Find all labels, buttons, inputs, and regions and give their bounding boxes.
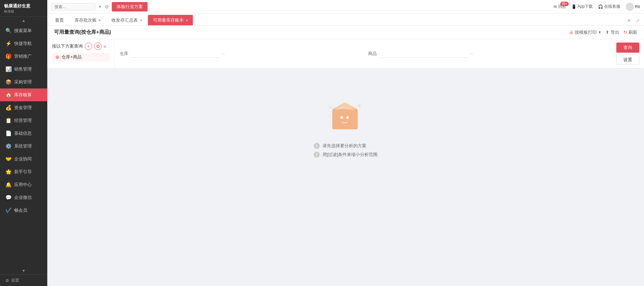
tab-available-ledger-label: 可用量库存账本: [153, 17, 184, 23]
gear-icon[interactable]: ⚙: [105, 4, 109, 9]
query-button[interactable]: 查询: [616, 43, 639, 53]
export-label: 导出: [611, 29, 619, 35]
sidebar-item-basic[interactable]: 📄 基础信息: [0, 127, 47, 140]
sidebar-item-wechat[interactable]: 💬 企业微信: [0, 191, 47, 204]
main-content: ▼ ⚙ 体验行业方案 ✉ 消息 99+ 📱 App下载 🎧 在线客服 Rit: [47, 0, 644, 286]
empty-hint-1: 1 请先选择要分析的方案: [314, 143, 378, 149]
tab-receive-summary[interactable]: 收发存汇总表 ×: [106, 15, 147, 25]
message-button[interactable]: ✉ 消息 99+: [553, 4, 566, 9]
print-icon: 🖨: [569, 30, 573, 35]
operation-icon: 📋: [5, 118, 11, 124]
filter-settings-icon: ⚙: [96, 44, 100, 49]
filter-scheme-column: 按以下方案查询 + ⚙ « ⊕ 仓库+商品: [47, 39, 115, 68]
sidebar-item-search[interactable]: 🔍 搜索菜单: [0, 24, 47, 37]
topbar-search-input[interactable]: [51, 3, 95, 10]
sidebar-item-shortcut[interactable]: ⚡ 快捷导航: [0, 37, 47, 50]
sidebar-item-label: 基础信息: [14, 130, 32, 136]
sidebar-item-member[interactable]: ✔️ 畅会员: [0, 204, 47, 217]
sidebar-item-inventory[interactable]: 🏠 库存核算: [0, 88, 47, 101]
tab-home-label: 首页: [55, 17, 64, 23]
tab-receive-summary-close[interactable]: ×: [140, 19, 142, 22]
svg-point-6: [330, 106, 332, 108]
empty-illustration: [326, 96, 366, 136]
filter-collapse-button[interactable]: «: [104, 44, 106, 49]
tab-batch-account-close[interactable]: ×: [99, 19, 101, 22]
tabs-bar: 首页 库存批次账 × 收发存汇总表 × 可用量库存账本 × ✕ ⤢: [47, 14, 644, 26]
tab-close-all-icon[interactable]: ✕: [626, 17, 633, 24]
sidebar-item-newbie[interactable]: 🌟 新手引导: [0, 165, 47, 178]
coop-icon: 🤝: [5, 156, 11, 162]
sidebar-item-label: 系统管理: [14, 143, 32, 149]
filter-scheme-item-warehouse-product[interactable]: ⊕ 仓库+商品: [52, 53, 110, 61]
logo-subtitle: 标准版: [4, 9, 43, 14]
sidebar-item-marketing[interactable]: 🎁 营销推广: [0, 50, 47, 63]
sidebar-scroll-up[interactable]: ▲: [0, 17, 47, 24]
content-area: 可用量查询(按仓库+商品) 🖨 按模板打印 ▼ ⬆ 导出 ↻ 刷新: [47, 26, 644, 286]
svg-point-7: [358, 104, 361, 107]
sidebar-item-label: 新手引导: [14, 169, 32, 175]
empty-svg-illustration: [326, 96, 366, 136]
print-button[interactable]: 🖨 按模板打印 ▼: [569, 29, 601, 35]
tabs-bar-right: ✕ ⤢: [626, 17, 641, 25]
sidebar-item-coop[interactable]: 🤝 企业协同: [0, 153, 47, 165]
topbar-right: ✉ 消息 99+ 📱 App下载 🎧 在线客服 Rit: [553, 3, 640, 11]
hint-2-text: 用[过滤]条件来缩小分析范围: [323, 152, 378, 158]
newbie-icon: 🌟: [5, 169, 11, 175]
app-download-label: App下载: [577, 4, 593, 9]
tab-home[interactable]: 首页: [50, 15, 69, 25]
sidebar-item-label: 应用中心: [14, 182, 32, 188]
sidebar-bottom[interactable]: ⚙ 设置: [0, 275, 47, 286]
user-menu[interactable]: Rit: [626, 3, 640, 11]
sidebar-item-system[interactable]: ⚙️ 系统管理: [0, 140, 47, 153]
phone-icon: 📱: [571, 4, 576, 9]
member-icon: ✔️: [5, 207, 11, 213]
sidebar-item-label: 库存核算: [14, 92, 32, 98]
tab-batch-account-label: 库存批次账: [75, 17, 97, 23]
message-icon: ✉: [553, 4, 557, 9]
tab-resize-icon[interactable]: ⤢: [635, 17, 641, 24]
online-service-button[interactable]: 🎧 在线客服: [598, 4, 620, 9]
warehouse-input[interactable]: [131, 50, 219, 58]
settings-label: 设置: [11, 278, 19, 283]
filter-col-product: 商品 ···: [368, 50, 607, 58]
app-download-button[interactable]: 📱 App下载: [571, 4, 593, 9]
sidebar-item-label: 采购管理: [14, 79, 32, 85]
svg-marker-1: [332, 102, 358, 109]
product-more-button[interactable]: ···: [470, 51, 473, 56]
print-chevron-icon: ▼: [598, 30, 601, 34]
tab-batch-account[interactable]: 库存批次账 ×: [70, 15, 106, 25]
filter-col-warehouse: 仓库 ···: [120, 50, 358, 58]
settings-button[interactable]: 设置: [616, 55, 639, 65]
warehouse-field-label: 仓库: [120, 51, 128, 57]
tab-available-ledger[interactable]: 可用量库存账本 ×: [148, 15, 193, 25]
tab-available-ledger-close[interactable]: ×: [186, 19, 188, 22]
svg-point-3: [346, 116, 349, 119]
sidebar-item-sales[interactable]: 📊 销售管理: [0, 63, 47, 76]
sidebar-scroll-down[interactable]: ▼: [0, 267, 47, 275]
export-button[interactable]: ⬆ 导出: [606, 29, 619, 35]
hint-1-text: 请先选择要分析的方案: [323, 143, 366, 149]
warehouse-more-button[interactable]: ···: [222, 51, 225, 56]
product-input[interactable]: [380, 50, 467, 58]
sidebar-item-operation[interactable]: 📋 经营管理: [0, 114, 47, 127]
refresh-button[interactable]: ↻ 刷新: [623, 29, 637, 35]
sidebar-item-label: 经营管理: [14, 118, 32, 124]
empty-hints: 1 请先选择要分析的方案 2 用[过滤]条件来缩小分析范围: [314, 143, 378, 158]
sidebar: 畅康通好生意 标准版 ▲ 🔍 搜索菜单 ⚡ 快捷导航 🎁 营销推广 📊 销售管理…: [0, 0, 47, 286]
scheme-label: 仓库+商品: [61, 54, 82, 60]
filter-settings-icon-button[interactable]: ⚙: [94, 43, 102, 50]
sidebar-logo: 畅康通好生意 标准版: [0, 0, 47, 17]
inventory-icon: 🏠: [5, 92, 11, 98]
message-badge: 99+: [560, 2, 569, 6]
sales-icon: 📊: [5, 66, 11, 72]
print-label: 按模板打印: [575, 29, 597, 35]
sidebar-item-finance[interactable]: 💰 资金管理: [0, 101, 47, 114]
sidebar-item-label: 搜索菜单: [14, 28, 32, 34]
sidebar-item-purchase[interactable]: 📦 采购管理: [0, 76, 47, 88]
avatar: [626, 3, 634, 11]
svg-point-8: [328, 115, 330, 116]
chevron-down-icon[interactable]: ▼: [98, 4, 102, 9]
sidebar-item-apps[interactable]: 🔔 应用中心: [0, 178, 47, 191]
trial-button[interactable]: 体验行业方案: [112, 2, 148, 11]
filter-add-button[interactable]: +: [85, 43, 92, 50]
